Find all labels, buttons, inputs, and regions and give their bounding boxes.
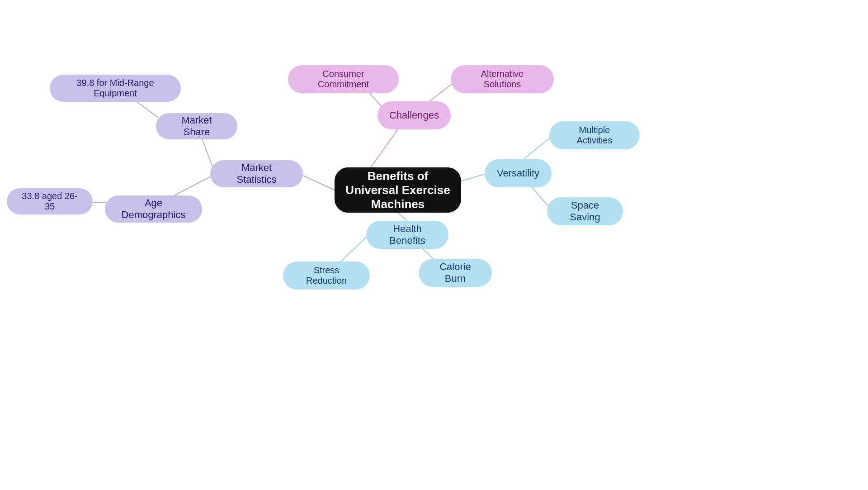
challenges-node[interactable]: Challenges bbox=[377, 101, 451, 129]
svg-line-8 bbox=[461, 174, 486, 181]
calorie-burn-node[interactable]: Calorie Burn bbox=[419, 259, 492, 287]
health-benefits-node[interactable]: Health Benefits bbox=[366, 221, 448, 249]
space-saving-node[interactable]: Space Saving bbox=[547, 197, 623, 225]
mid-range-equipment-node[interactable]: 39.8 for Mid-Range Equipment bbox=[50, 75, 181, 102]
consumer-commitment-node[interactable]: Consumer Commitment bbox=[288, 65, 399, 93]
center-node[interactable]: Benefits of Universal Exercise Machines bbox=[335, 167, 461, 213]
market-share-node[interactable]: Market Share bbox=[156, 113, 237, 139]
svg-line-11 bbox=[398, 213, 408, 222]
market-statistics-node[interactable]: Market Statistics bbox=[210, 160, 303, 187]
svg-line-12 bbox=[340, 235, 368, 262]
stress-reduction-node[interactable]: Stress Reduction bbox=[283, 262, 370, 290]
versatility-node[interactable]: Versatility bbox=[485, 159, 552, 187]
svg-line-5 bbox=[371, 129, 398, 167]
svg-line-0 bbox=[303, 176, 335, 190]
age-demographics-node[interactable]: Age Demographics bbox=[105, 195, 202, 223]
alternative-solutions-node[interactable]: Alternative Solutions bbox=[451, 65, 554, 93]
multiple-activities-node[interactable]: Multiple Activities bbox=[549, 121, 640, 149]
aged-26-35-node[interactable]: 33.8 aged 26-35 bbox=[7, 188, 93, 214]
